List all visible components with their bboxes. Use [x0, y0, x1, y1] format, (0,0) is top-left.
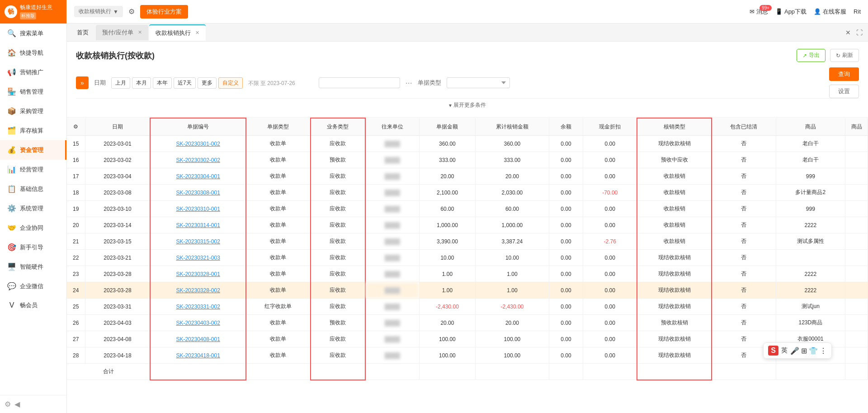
td-voucher-no[interactable]: SK-20230418-001 [150, 347, 245, 364]
settings-button[interactable]: 设置 [829, 85, 859, 98]
table-row: 172023-03-04SK-20230304-001收款单应收款████20.… [67, 168, 868, 185]
sidebar-item-marketing[interactable]: 📢 营销推广 [0, 62, 66, 82]
td-voucher-no[interactable]: SK-20230403-002 [150, 315, 245, 331]
sidebar-item-system[interactable]: ⚙️ 系统管理 [0, 199, 66, 218]
td-partner: ████ [365, 185, 420, 201]
refresh-button[interactable]: ↻ 刷新 [830, 49, 859, 62]
tab-receipt[interactable]: 收款核销执行 ✕ [149, 24, 206, 41]
td-write-off-type: 现结收款核销 [637, 266, 712, 282]
td-voucher-type: 收款单 [246, 347, 311, 364]
tab-home[interactable]: 首页 [71, 25, 95, 40]
collapse-icon[interactable]: ◀ [14, 400, 20, 408]
partner-input[interactable] [319, 77, 400, 88]
td-product2 [845, 315, 868, 331]
date-btn-7days[interactable]: 近7天 [174, 77, 196, 89]
tab-payable[interactable]: 预付/应付单 ✕ [96, 25, 148, 40]
td-voucher-no[interactable]: SK-20230301-002 [150, 136, 245, 152]
td-partner: ████ [365, 217, 420, 233]
customer-service-button[interactable]: 👤 在线客服 [814, 8, 846, 16]
td-voucher-no[interactable]: SK-20230328-001 [150, 266, 245, 282]
expand-label: 展开更多条件 [453, 101, 486, 109]
td-discount: 0.00 [583, 168, 637, 185]
mic-icon[interactable]: 🎤 [790, 347, 799, 355]
td-include-cleared: 否 [712, 168, 776, 185]
td-product2 [845, 201, 868, 217]
expand-conditions-row[interactable]: ▾ 展开更多条件 [76, 98, 859, 112]
td-voucher-no[interactable]: SK-20230328-002 [150, 282, 245, 299]
date-btn-this-year[interactable]: 本年 [153, 77, 172, 89]
sidebar-item-enterprise[interactable]: 🤝 企业协同 [0, 218, 66, 237]
expand-icon[interactable]: ⛶ [854, 27, 864, 38]
td-product2 [845, 217, 868, 233]
sidebar-item-sales[interactable]: 🏪 销售管理 [0, 82, 66, 101]
td-voucher-no[interactable]: SK-20230408-001 [150, 331, 245, 347]
sidebar-item-hardware[interactable]: 🖥️ 智能硬件 [0, 257, 66, 276]
td-voucher-no[interactable]: SK-20230302-002 [150, 152, 245, 168]
app-label: App下载 [784, 8, 807, 16]
grid-icon[interactable]: ⊞ [801, 347, 807, 355]
td-amount: 60.00 [419, 201, 475, 217]
td-voucher-no[interactable]: SK-20230304-001 [150, 168, 245, 185]
td-biz-type: 预收款 [311, 315, 365, 331]
more-icon[interactable]: ⋮ [820, 347, 827, 355]
sidebar-menu: 🔍 搜索菜单 🏠 快捷导航 📢 营销推广 🏪 销售管理 📦 采购管理 🗂️ 库存… [0, 24, 66, 395]
voucher-type-select[interactable] [447, 77, 510, 88]
td-no: 28 [67, 347, 85, 364]
td-voucher-no[interactable]: SK-20230315-002 [150, 233, 245, 250]
td-voucher-no[interactable]: SK-20230321-003 [150, 250, 245, 266]
settings-bottom-icon[interactable]: ⚙ [5, 400, 11, 408]
td-product2 [845, 250, 868, 266]
operations-icon: 📊 [7, 165, 16, 174]
message-button[interactable]: ✉ 消息 99+ [750, 8, 768, 16]
date-btn-more[interactable]: 更多 [198, 77, 217, 89]
query-button[interactable]: 查询 [829, 67, 859, 81]
td-partner: ████ [365, 250, 420, 266]
td-voucher-no[interactable]: SK-20230308-001 [150, 185, 245, 201]
td-include-cleared: 否 [712, 136, 776, 152]
home-icon: 🏠 [7, 48, 16, 57]
sidebar-item-quick[interactable]: 🏠 快捷导航 [0, 43, 66, 62]
td-no: 27 [67, 331, 85, 347]
footer-discount [583, 364, 637, 380]
td-write-off-type: 收款核销 [637, 185, 712, 201]
th-partner: 往来单位 [365, 118, 420, 136]
td-voucher-no[interactable]: SK-20230331-002 [150, 299, 245, 315]
td-voucher-no[interactable]: SK-20230310-001 [150, 201, 245, 217]
td-date: 2023-03-10 [85, 201, 150, 217]
close-all-icon[interactable]: ✕ [844, 27, 853, 38]
sidebar-item-label: 系统管理 [20, 204, 43, 213]
gear-icon[interactable]: ⚙ [128, 7, 135, 16]
message-badge: 99+ [760, 5, 772, 11]
sidebar-item-guide[interactable]: 🎯 新手引导 [0, 237, 66, 257]
th-voucher-no: 单据编号 [150, 118, 245, 136]
tab-receipt-close[interactable]: ✕ [195, 30, 199, 36]
shirt-icon[interactable]: 👕 [809, 347, 818, 355]
sidebar-item-purchase[interactable]: 📦 采购管理 [0, 101, 66, 121]
solution-button[interactable]: 体验行业方案 [140, 5, 188, 19]
sidebar-item-wechat[interactable]: 💬 企业微信 [0, 276, 66, 296]
sidebar-item-finance[interactable]: 💰 资金管理 [0, 140, 66, 160]
sidebar-item-basic[interactable]: 📋 基础信息 [0, 179, 66, 199]
sidebar-item-inventory[interactable]: 🗂️ 库存核算 [0, 121, 66, 140]
sidebar-item-member[interactable]: V 畅会员 [0, 296, 66, 315]
td-write-off: 60.00 [475, 201, 549, 217]
date-btn-custom[interactable]: 自定义 [218, 77, 243, 89]
date-btn-this-month[interactable]: 本月 [132, 77, 151, 89]
tab-payable-close[interactable]: ✕ [138, 29, 142, 35]
data-table-container: ⚙ 日期 单据编号 单据类型 业务类型 往来单位 单据金额 累计核销金额 余额 … [67, 118, 868, 380]
system-icon: ⚙️ [7, 204, 16, 213]
filter-toggle-button[interactable]: » [76, 76, 89, 89]
sidebar-item-search[interactable]: 🔍 搜索菜单 [0, 24, 66, 43]
td-no: 20 [67, 217, 85, 233]
td-discount: 0.00 [583, 331, 637, 347]
export-button[interactable]: ↗ 导出 [797, 49, 826, 62]
date-btn-last-month[interactable]: 上月 [111, 77, 130, 89]
table-row: 192023-03-10SK-20230310-001收款单应收款████60.… [67, 201, 868, 217]
sidebar-item-label: 快捷导航 [20, 49, 43, 57]
sidebar-item-operations[interactable]: 📊 经营管理 [0, 160, 66, 179]
table-footer-row: 合计 [67, 364, 868, 380]
app-download-button[interactable]: 📱 App下载 [775, 8, 807, 16]
td-biz-type: 应收款 [311, 233, 365, 250]
td-voucher-no[interactable]: SK-20230314-001 [150, 217, 245, 233]
th-settings[interactable]: ⚙ [67, 118, 85, 136]
